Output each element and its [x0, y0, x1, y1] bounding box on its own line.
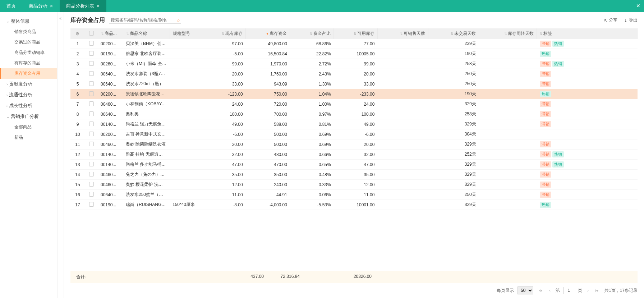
row-checkbox[interactable] [85, 39, 98, 49]
row-checkbox[interactable] [85, 99, 98, 109]
tag-slow: 滞销 [540, 182, 551, 188]
col-sale-days[interactable]: ⇅可销售天数 [377, 28, 428, 39]
row-checkbox[interactable] [85, 150, 98, 160]
tab-首页[interactable]: 首页 [0, 0, 22, 12]
row-checkbox[interactable] [85, 49, 98, 59]
row-checkbox[interactable] [85, 160, 98, 170]
sidebar-item[interactable]: 交易过的商品 [0, 37, 57, 47]
sidebar-group-overall[interactable]: ⌄整体信息 [0, 16, 57, 27]
page-first-icon[interactable]: ⏮ [537, 288, 544, 293]
row-checkbox[interactable] [85, 139, 98, 150]
col-notrade[interactable]: ⇅未交易天数 [428, 28, 479, 39]
sidebar-group-contrib[interactable]: ›贡献度分析 [0, 79, 57, 90]
col-funds[interactable]: ▼库存资金 [246, 28, 290, 39]
sidebar-group-liquid[interactable]: ›流通性分析 [0, 90, 57, 100]
sidebar-item[interactable]: 全部商品 [0, 122, 57, 132]
table-row[interactable]: 600200...景德镇北欧陶瓷花瓶摆件 优-123.00750.001.04%… [70, 89, 638, 99]
col-pct[interactable]: ⇅资金占比 [290, 28, 334, 39]
tab-商品分析[interactable]: 商品分析✕ [22, 0, 60, 12]
sidebar-item[interactable]: 库存资金占用 [0, 68, 57, 79]
sidebar: ⌄整体信息 销售类商品交易过的商品商品分类动销率有库存的商品库存资金占用 ›贡献… [0, 12, 58, 298]
tag-slow: 滞销 [540, 161, 551, 168]
col-name[interactable]: ⇅商品名称 [123, 28, 170, 39]
table-row[interactable]: 1400460...兔之力（兔の力）粘毛器粘35.00350.000.48%35… [70, 170, 638, 180]
per-page-select[interactable]: 50 [518, 286, 533, 294]
close-all-icon[interactable]: ✕ [636, 3, 640, 9]
table-row[interactable]: 1000200...吉百 禅意新中式玄关摆件客-6.00500.000.69%-… [70, 129, 638, 139]
tag-hot: 热销 [552, 151, 564, 157]
tag-hot: 热销 [540, 51, 551, 57]
data-table: ⚙ ⇅商品... ⇅商品名称 规格型号 ⇅现有库存 ▼库存资金 ⇅资金占比 ⇅可… [70, 28, 638, 210]
tag-hot: 热销 [540, 91, 551, 97]
tag-slow: 滞销 [540, 111, 551, 117]
row-checkbox[interactable] [85, 180, 98, 190]
tab-close-icon[interactable]: ✕ [96, 4, 100, 9]
row-checkbox[interactable] [85, 200, 98, 210]
tab-商品分析列表[interactable]: 商品分析列表✕ [60, 0, 106, 12]
tag-slow: 滞销 [540, 71, 551, 77]
sidebar-item[interactable]: 销售类商品 [0, 27, 57, 37]
top-tabbar: 首页商品分析✕商品分析列表✕ ✕ [0, 0, 644, 12]
table-row[interactable]: 1700190...瑞尚（RUISHANG）卧室灯150*40厘米-8.00-4… [70, 200, 638, 210]
search-icon[interactable]: ⌕ [177, 18, 180, 23]
col-tags[interactable]: ⇅标签 [537, 28, 638, 39]
pagination: 每页显示 50 ⏮ ‹ 第 页 › ⏭ 共1页，17条记录 [64, 283, 644, 298]
col-turn-days[interactable]: ⇅库存周转天数 [479, 28, 537, 39]
table-row[interactable]: 100200...贝汉美（BHM）创意北欧风97.0049,800.0068.8… [70, 39, 638, 49]
sidebar-item[interactable]: 商品分类动销率 [0, 47, 57, 58]
table-row[interactable]: 300260...小米（MI）雨伞 全自动折叠99.001,970.002.72… [70, 59, 638, 69]
col-avail[interactable]: ⇅可用库存 [334, 28, 378, 39]
sidebar-item[interactable]: 有库存的商品 [0, 58, 57, 68]
page-last-icon[interactable]: ⏭ [594, 288, 601, 293]
chevron-down-icon: ⌄ [6, 19, 9, 23]
export-button[interactable]: ⤓ 导出 [624, 17, 638, 23]
table-row[interactable]: 900140...尚格兰 强力无痕免打孔浴室49.00588.000.81%49… [70, 119, 638, 129]
table-row[interactable]: 500640...洗发水720ml（瓶）33.00943.091.30%33.0… [70, 79, 638, 89]
sidebar-collapse-icon[interactable]: « [58, 12, 64, 298]
page-next-icon[interactable]: › [586, 288, 590, 293]
page-input[interactable] [564, 287, 574, 294]
row-checkbox[interactable] [85, 129, 98, 139]
chevron-right-icon: › [6, 93, 8, 97]
row-checkbox[interactable] [85, 59, 98, 69]
tag-slow: 滞销 [540, 41, 551, 47]
row-checkbox[interactable] [85, 79, 98, 89]
col-stock[interactable]: ⇅现有库存 [202, 28, 246, 39]
table-row[interactable]: 700460...小林制药（KOBAYASHI）E24.00720.001.00… [70, 99, 638, 109]
table-row[interactable]: 1200140...雅高 挂钩 无痕透明粘钩 强32.00480.000.66%… [70, 150, 638, 160]
row-checkbox[interactable] [85, 109, 98, 119]
row-checkbox[interactable] [85, 69, 98, 79]
row-checkbox[interactable] [85, 190, 98, 200]
chevron-down-icon: ⌄ [6, 115, 9, 119]
search-box[interactable]: ⌕ [109, 17, 181, 24]
table-row[interactable]: 1100460...奥妙 除菌除螨洗衣液20.00500.000.69%20.0… [70, 139, 638, 150]
col-checkbox-all[interactable] [85, 28, 98, 39]
search-input[interactable] [111, 18, 177, 23]
tag-slow: 滞销 [540, 101, 551, 107]
table-row[interactable]: 1300140...尚格兰 多功能马桶刷套装 带47.00470.000.65%… [70, 160, 638, 170]
row-checkbox[interactable] [85, 119, 98, 129]
row-checkbox[interactable] [85, 89, 98, 99]
table-row[interactable]: 1600640...洗发水250蜜兰（袋）11.0044.910.06%11.0… [70, 190, 638, 200]
col-settings[interactable]: ⚙ [70, 28, 85, 39]
row-checkbox[interactable] [85, 170, 98, 180]
table-row[interactable]: 800640...奥利奥100.00700.000.97%100.00258天滞… [70, 109, 638, 119]
gear-icon: ⚙ [75, 31, 79, 36]
table-row[interactable]: 400640...洗发水套装（3瓶720ml+1）20.001,760.002.… [70, 69, 638, 79]
tag-slow: 滞销 [540, 151, 551, 157]
tag-slow: 滞销 [540, 192, 551, 198]
sidebar-item[interactable]: 新品 [0, 132, 57, 143]
tab-close-icon[interactable]: ✕ [50, 4, 53, 9]
totals-row: 合计: 437.00 72,316.84 20326.00 [70, 271, 638, 283]
sidebar-group-market[interactable]: ⌄营销推广分析 [0, 111, 57, 122]
tag-slow: 滞销 [540, 121, 551, 127]
col-code[interactable]: ⇅商品... [98, 28, 123, 39]
sidebar-group-growth[interactable]: ›成长性分析 [0, 100, 57, 111]
col-spec[interactable]: 规格型号 [170, 28, 202, 39]
share-button[interactable]: ⇱ 分享 [604, 17, 617, 23]
table-row[interactable]: 200190...倍思家 北欧客厅装饰画卧室-5.0016,500.8422.8… [70, 49, 638, 59]
tag-hot: 热销 [552, 161, 564, 168]
table-row[interactable]: 1500460...奥妙 樱花柔护 洗衣凝珠 1012.00240.000.33… [70, 180, 638, 190]
page-prev-icon[interactable]: ‹ [548, 288, 552, 293]
tag-hot: 热销 [552, 41, 564, 47]
